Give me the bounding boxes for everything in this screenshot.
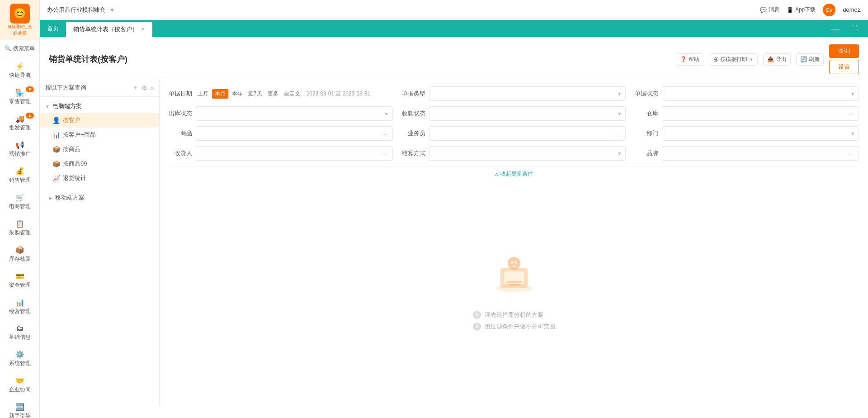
date-tab-7days[interactable]: 近7天	[246, 89, 264, 99]
export-button[interactable]: 📤 导出	[763, 53, 791, 66]
sidebar-item-inventory[interactable]: 📦 库存核算	[0, 241, 39, 267]
goods-label: 商品	[169, 129, 192, 138]
receiver-control[interactable]: ···	[196, 146, 393, 161]
sidebar-item-ecommerce[interactable]: 🛒 电商管理	[0, 189, 39, 215]
refresh-button[interactable]: 🔄 刷新	[796, 53, 824, 66]
svg-point-3	[508, 257, 520, 270]
date-tab-last-month[interactable]: 上月	[196, 89, 210, 99]
type-filter-control[interactable]: ▼	[429, 86, 626, 101]
topbar: 办公用品行业模拟账套 ▼ 💬 消息 📱 App下载 Ea demo2	[40, 0, 868, 20]
collapse-icon: ∧	[495, 171, 499, 177]
payment-control[interactable]: ▼	[429, 146, 626, 161]
tab-home[interactable]: 首页	[40, 20, 66, 37]
salesperson-label: 业务员	[402, 129, 425, 138]
left-panel: 按以下方案查询 ＋ ⚙ « ▼ 电脑端方案 👤 按客户	[40, 79, 160, 406]
salesperson-dots-icon[interactable]: ···	[614, 130, 622, 137]
out-status-control[interactable]: ▼	[196, 106, 393, 121]
sidebar-item-quicknav[interactable]: ⚡ 快捷导航	[0, 57, 39, 84]
warehouse-dots-icon[interactable]: ···	[847, 110, 855, 117]
page-content: 销货单统计表(按客户) ❓ 帮助 🖨 按模板打印 ▼ 📤 导出	[40, 37, 868, 418]
system-icon: ⚙️	[15, 350, 24, 359]
return-scheme-icon: 📈	[52, 175, 60, 182]
sales-icon: 💰	[15, 167, 24, 176]
search-menu-label[interactable]: 🔍 搜索菜单	[5, 45, 34, 52]
sidebar-item-label: 企业协同	[9, 386, 31, 394]
date-tab-more[interactable]: 更多	[266, 89, 280, 99]
scheme-item-by-customer[interactable]: 👤 按客户	[40, 113, 159, 128]
scheme-item-by-goods[interactable]: 📦 按商品	[40, 142, 159, 157]
collect-status-control[interactable]: ▼	[429, 106, 626, 121]
sidebar-item-label: 营销推广	[9, 150, 31, 158]
tab-close-icon[interactable]: ✕	[141, 26, 145, 33]
tab-expand-button[interactable]: ⛶	[848, 22, 861, 35]
department-control[interactable]: ▼	[662, 126, 859, 141]
filter-grid: 单据日期 上月 本月 本年 近7天 更多 自定义 20	[169, 86, 859, 161]
sidebar-item-purchase[interactable]: 📋 采购管理	[0, 215, 39, 241]
goods-control[interactable]: ···	[196, 126, 393, 141]
scheme-item-by-goods-99[interactable]: 📦 按商品99	[40, 157, 159, 171]
department-dropdown-icon: ▼	[850, 131, 855, 136]
collapse-scheme-icon[interactable]: «	[150, 84, 154, 91]
tab-sales-stat[interactable]: 销货单统计表（按客户） ✕	[66, 22, 152, 37]
message-button[interactable]: 💬 消息	[760, 6, 779, 14]
scheme-item-return-stat[interactable]: 📈 退货统计	[40, 171, 159, 185]
settings-button[interactable]: 设置	[829, 60, 859, 74]
receiver-dots-icon[interactable]: ···	[381, 150, 389, 157]
filter-brand: 品牌 ···	[635, 146, 859, 161]
left-panel-title: 按以下方案查询	[45, 84, 130, 92]
sidebar-item-sales[interactable]: 💰 销售管理	[0, 162, 39, 189]
sidebar-item-system[interactable]: ⚙️ 系统管理	[0, 346, 39, 372]
sidebar-item-label: 基础信息	[9, 333, 31, 341]
basic-icon: 🗂	[16, 324, 24, 332]
sidebar-search-section[interactable]: 🔍 搜索菜单	[0, 40, 39, 57]
date-tab-this-year[interactable]: 本年	[230, 89, 245, 99]
sidebar-item-operations[interactable]: 📊 经营管理	[0, 294, 39, 320]
empty-illustration	[487, 250, 541, 304]
sidebar-item-newbie[interactable]: 🆕 新手引导	[0, 398, 39, 418]
app-download-button[interactable]: 📱 App下载	[787, 6, 816, 14]
salesperson-control[interactable]: ···	[429, 126, 626, 141]
out-status-dropdown-icon: ▼	[384, 111, 389, 116]
date-tab-custom[interactable]: 自定义	[282, 89, 302, 99]
scheme-item-by-customer-goods[interactable]: 📊 按客户+商品	[40, 128, 159, 142]
brand-control[interactable]: ···	[662, 146, 859, 161]
add-scheme-icon[interactable]: ＋	[132, 84, 139, 92]
status-filter-control[interactable]: ▼	[662, 86, 859, 101]
collab-icon: 🤝	[15, 376, 24, 385]
empty-hints: ① 请先选择要分析的方案 ② 用过滤条件来缩小分析范围	[473, 311, 555, 331]
filter-collect-status: 收款状态 ▼	[402, 106, 626, 121]
sidebar-item-retail[interactable]: 🏪 零售管理 ▼	[0, 84, 39, 110]
purchase-icon: 📋	[15, 219, 24, 228]
sidebar-item-label: 零售管理	[9, 98, 31, 105]
sidebar-item-finance[interactable]: 💳 资金管理	[0, 267, 39, 294]
query-button[interactable]: 查询	[829, 44, 859, 58]
topbar-dropdown-icon[interactable]: ▼	[109, 7, 115, 13]
logo-text: 畅捷通好生意	[8, 24, 32, 30]
sidebar-item-collab[interactable]: 🤝 企业协同	[0, 372, 39, 398]
date-tab-this-month[interactable]: 本月	[212, 89, 228, 99]
sidebar-item-basic[interactable]: 🗂 基础信息	[0, 320, 39, 346]
help-icon: ❓	[680, 56, 687, 62]
sidebar-item-label: 电商管理	[9, 203, 31, 210]
warehouse-control[interactable]: ···	[662, 106, 859, 121]
user-avatar[interactable]: Ea	[823, 4, 835, 16]
mobile-group-name: 移动端方案	[55, 194, 85, 202]
brand-dots-icon[interactable]: ···	[847, 150, 855, 157]
collapse-bar[interactable]: ∧ 收起更多条件	[169, 166, 859, 181]
app-label: 标准版	[13, 30, 27, 37]
customer-scheme-label: 按客户	[63, 116, 80, 124]
scheme-group-pc-header[interactable]: ▼ 电脑端方案	[40, 100, 159, 113]
goods-dots-icon[interactable]: ···	[381, 130, 389, 137]
print-button[interactable]: 🖨 按模板打印 ▼	[709, 53, 758, 66]
svg-rect-6	[506, 281, 522, 283]
sidebar-item-marketing[interactable]: 📢 营销推广	[0, 136, 39, 162]
tab-minimize-button[interactable]: —	[829, 22, 842, 35]
payment-dropdown-icon: ▼	[617, 151, 622, 156]
scheme-group-mobile: ▶ 移动端方案	[40, 188, 159, 207]
empty-hint-1: ① 请先选择要分析的方案	[473, 311, 555, 319]
scheme-group-mobile-header[interactable]: ▶ 移动端方案	[40, 191, 159, 204]
help-button[interactable]: ❓ 帮助	[676, 53, 703, 66]
settings-scheme-icon[interactable]: ⚙	[142, 84, 147, 91]
svg-rect-7	[509, 284, 519, 286]
sidebar-item-wholesale[interactable]: 🚚 批发管理 ▲	[0, 110, 39, 136]
